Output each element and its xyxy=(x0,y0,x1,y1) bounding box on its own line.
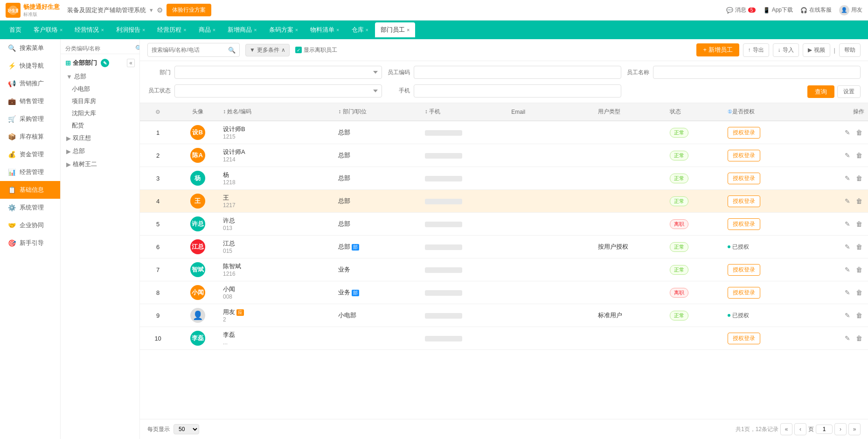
tab-goods[interactable]: 商品 × xyxy=(193,22,221,37)
edit-btn[interactable]: ✎ xyxy=(843,265,852,274)
sidebar-item-basic-info[interactable]: 📋 基础信息 xyxy=(0,181,60,199)
sidebar-item-search[interactable]: 🔍 搜索菜单 xyxy=(0,39,60,57)
dept-select[interactable] xyxy=(174,66,382,79)
delete-btn[interactable]: 🗑 xyxy=(854,174,864,183)
sys-title-dropdown[interactable]: ▾ xyxy=(150,7,153,14)
search-btn[interactable]: 查询 xyxy=(807,85,834,98)
export-btn[interactable]: ↑ 导出 xyxy=(743,43,769,57)
tree-search-input[interactable] xyxy=(65,45,135,52)
per-page-select[interactable]: 50 100 xyxy=(174,424,199,434)
edit-btn[interactable]: ✎ xyxy=(843,196,852,206)
auth-login-btn[interactable]: 授权登录 xyxy=(728,127,760,139)
edit-btn[interactable]: ✎ xyxy=(843,311,852,320)
tab-new-goods[interactable]: 新增商品 × xyxy=(222,22,262,37)
sidebar-item-operations[interactable]: 📊 经营管理 xyxy=(0,163,60,181)
search-icon[interactable]: 🔍 xyxy=(228,47,236,54)
delete-btn[interactable]: 🗑 xyxy=(854,242,864,251)
col-phone[interactable]: ↕ 手机 xyxy=(421,103,507,121)
close-icon[interactable]: × xyxy=(142,27,145,33)
edit-btn[interactable]: ✎ xyxy=(843,151,852,160)
close-icon[interactable]: × xyxy=(366,27,368,33)
delete-btn[interactable]: 🗑 xyxy=(854,288,864,297)
emp-code-input[interactable] xyxy=(414,66,621,79)
delete-btn[interactable]: 🗑 xyxy=(854,265,864,274)
view-btn[interactable]: ▶ 视频 xyxy=(803,43,830,57)
edit-btn[interactable]: ✎ xyxy=(843,174,852,183)
sidebar-item-sales[interactable]: 💼 销售管理 xyxy=(0,92,60,110)
tree-node-zhishu[interactable]: ▶ 植树王二 xyxy=(61,158,139,171)
delete-btn[interactable]: 🗑 xyxy=(854,128,864,137)
tree-item-peihuo[interactable]: 配货 xyxy=(61,119,139,132)
trial-button[interactable]: 体验行业方案 xyxy=(167,4,211,16)
tree-edit-icon[interactable]: ✎ xyxy=(101,59,109,67)
tab-barcode[interactable]: 条码方案 × xyxy=(264,22,304,37)
close-icon[interactable]: × xyxy=(336,27,339,33)
sidebar-item-marketing[interactable]: 📢 营销推广 xyxy=(0,75,60,92)
auth-login-btn[interactable]: 授权登录 xyxy=(728,195,760,207)
close-icon[interactable]: × xyxy=(254,27,257,33)
emp-name-input[interactable] xyxy=(653,66,861,79)
auth-login-btn[interactable]: 授权登录 xyxy=(728,333,760,344)
tab-warehouse[interactable]: 仓库 × xyxy=(346,22,374,37)
sidebar-item-quicknav[interactable]: ⚡ 快捷导航 xyxy=(0,57,60,75)
tab-history[interactable]: 经营历程 × xyxy=(152,22,192,37)
settings-col-icon[interactable]: ⚙ xyxy=(155,109,160,115)
add-employee-btn[interactable]: + 新增员工 xyxy=(696,43,739,56)
auth-login-btn[interactable]: 授权登录 xyxy=(728,264,760,276)
tree-search-icon[interactable]: 🔍 xyxy=(135,45,140,52)
reset-btn[interactable]: 设置 xyxy=(837,85,861,98)
sidebar-item-finance[interactable]: 💰 资金管理 xyxy=(0,146,60,163)
tree-item-project[interactable]: 项目库房 xyxy=(61,95,139,107)
show-inactive-toggle[interactable]: ✓ 显示离职员工 xyxy=(295,46,337,54)
tab-bom[interactable]: 物料清单 × xyxy=(305,22,345,37)
delete-btn[interactable]: 🗑 xyxy=(854,334,864,343)
user-action[interactable]: 👤 用友 xyxy=(839,5,862,15)
close-icon[interactable]: × xyxy=(183,27,186,33)
tree-item-shenyang[interactable]: 沈阳大库 xyxy=(61,107,139,119)
tree-collapse-btn[interactable]: « xyxy=(127,59,135,67)
edit-btn[interactable]: ✎ xyxy=(843,334,852,343)
sidebar-item-guide[interactable]: 🎯 新手引导 xyxy=(0,234,60,252)
next-page-btn[interactable]: › xyxy=(834,423,847,435)
tree-item-xiaodian[interactable]: 小电部 xyxy=(61,83,139,95)
tab-operations[interactable]: 经营情况 × xyxy=(69,22,109,37)
tab-home[interactable]: 首页 xyxy=(4,22,27,37)
delete-btn[interactable]: 🗑 xyxy=(854,219,864,229)
delete-btn[interactable]: 🗑 xyxy=(854,311,864,320)
tree-all-dept[interactable]: ⊞ 全部部门 ✎ « xyxy=(61,56,139,70)
search-input[interactable] xyxy=(152,47,226,53)
close-icon[interactable]: × xyxy=(295,27,298,33)
filter-more-btn[interactable]: ▼ 更多条件 ∧ xyxy=(245,44,290,56)
edit-btn[interactable]: ✎ xyxy=(843,242,852,251)
edit-btn[interactable]: ✎ xyxy=(843,288,852,297)
settings-gear-icon[interactable]: ⚙ xyxy=(157,6,163,14)
col-dept[interactable]: ↕ 部门/职位 xyxy=(334,103,421,121)
sidebar-item-inventory[interactable]: 📦 库存核算 xyxy=(0,128,60,146)
help-btn[interactable]: 帮助 xyxy=(839,43,861,57)
sidebar-item-purchase[interactable]: 🛒 采购管理 xyxy=(0,110,60,128)
delete-btn[interactable]: 🗑 xyxy=(854,151,864,160)
first-page-btn[interactable]: « xyxy=(780,423,792,435)
sidebar-item-collab[interactable]: 🤝 企业协同 xyxy=(0,216,60,234)
auth-login-btn[interactable]: 授权登录 xyxy=(728,150,760,161)
import-btn[interactable]: ↓ 导入 xyxy=(773,43,799,57)
tab-dept-staff[interactable]: 部门员工 × xyxy=(375,22,415,37)
tab-customer[interactable]: 客户联络 × xyxy=(28,22,68,37)
service-action[interactable]: 🎧 在线客服 xyxy=(800,6,832,14)
auth-login-btn[interactable]: 授权登录 xyxy=(728,287,760,299)
close-icon[interactable]: × xyxy=(101,27,104,33)
tree-node-head[interactable]: ▼ 总部 xyxy=(61,70,139,83)
app-download-action[interactable]: 📱 App下载 xyxy=(763,6,793,14)
edit-btn[interactable]: ✎ xyxy=(843,219,852,229)
message-action[interactable]: 💬 消息 5 xyxy=(726,6,756,14)
tree-node-zongbu[interactable]: ▶ 总部 xyxy=(61,145,139,158)
last-page-btn[interactable]: » xyxy=(848,423,861,435)
tab-profit[interactable]: 利润报告 × xyxy=(111,22,151,37)
edit-btn[interactable]: ✎ xyxy=(843,128,852,137)
tree-node-shuangzhuang[interactable]: ▶ 双庄想 xyxy=(61,132,139,145)
delete-btn[interactable]: 🗑 xyxy=(854,196,864,206)
col-name[interactable]: ↕ 姓名/编码 xyxy=(219,103,334,121)
close-icon[interactable]: × xyxy=(60,27,62,33)
close-icon[interactable]: × xyxy=(407,27,410,33)
auth-login-btn[interactable]: 授权登录 xyxy=(728,173,760,184)
